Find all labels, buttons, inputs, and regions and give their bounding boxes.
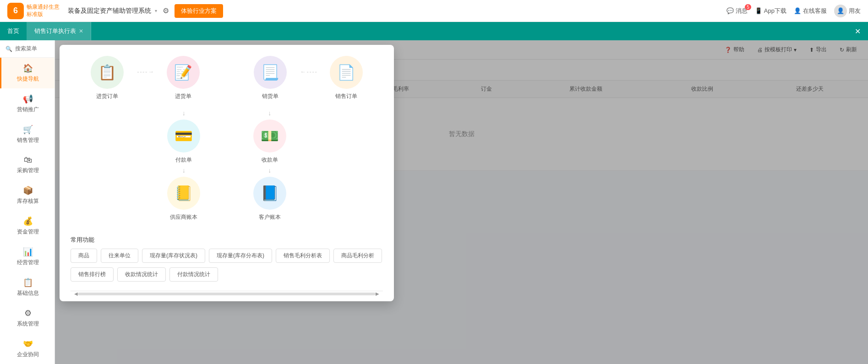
sales-icon: 🛒 — [23, 125, 33, 135]
header-right: 💬 消息 5 📱 App下载 👤 在线客服 👤 用友 — [726, 5, 861, 17]
payment-bill-circle: 💳 — [167, 120, 200, 152]
workflow-sale-order[interactable]: 📄 销售订单 — [317, 56, 376, 100]
sidebar-item-system[interactable]: ⚙ 系统管理 — [0, 303, 55, 333]
scroll-area: ◀ ▶ — [71, 291, 383, 296]
tab-sales-label: 销售订单执行表 — [34, 27, 76, 35]
operation-icon: 📊 — [23, 247, 33, 257]
supplier-ledger-label: 供应商账本 — [170, 213, 197, 221]
sale-order-label: 销售订单 — [335, 92, 357, 100]
content-area: ❓ 帮助 🖨 按模板打印 ▾ ⬆ 导出 ↻ 刷新 — [55, 40, 868, 364]
func-btn-inventory-status[interactable]: 现存量(库存状况表) — [142, 249, 205, 263]
nav-items: 🏠 快捷导航 📢 营销推广 🛒 销售管理 🛍 采购管理 📦 库存核 — [0, 58, 55, 364]
supplier-ledger-circle: 📒 — [167, 177, 200, 210]
workflow-purchase-order[interactable]: 📋 进货订单 — [77, 56, 137, 100]
func-btn-sales-gross[interactable]: 销售毛利分析表 — [276, 249, 330, 263]
sidebar-item-finance[interactable]: 💰 资金管理 — [0, 211, 55, 241]
func-btn-sales-rank[interactable]: 销售排行榜 — [71, 267, 114, 282]
basic-icon: 📋 — [23, 277, 33, 288]
sidebar-item-enterprise[interactable]: 🤝 企业协同 — [0, 333, 55, 364]
modal-box: 📋 进货订单 - - - - → 📝 — [60, 45, 394, 301]
user-avatar[interactable]: 👤 用友 — [834, 5, 861, 17]
customer-ledger-circle: 📘 — [253, 177, 286, 210]
customer-ledger-label: 客户账本 — [259, 213, 281, 221]
app-download-button[interactable]: 📱 App下载 — [755, 7, 786, 15]
service-icon: 👤 — [794, 7, 801, 14]
tab-home[interactable]: 首页 — [0, 22, 27, 40]
purchase-bill-circle: 📝 — [167, 56, 200, 89]
quick-nav-icon: 🏠 — [23, 63, 33, 73]
purchase-order-circle: 📋 — [91, 56, 124, 89]
sale-bill-label: 销货单 — [262, 92, 278, 100]
message-badge: 5 — [745, 4, 751, 10]
sidebar-item-quick-nav[interactable]: 🏠 快捷导航 — [0, 58, 55, 88]
tab-close-icon[interactable]: ✕ — [79, 28, 83, 34]
download-icon: 📱 — [755, 7, 762, 14]
common-func-title: 常用功能 — [71, 236, 383, 244]
message-button[interactable]: 💬 消息 5 — [726, 7, 748, 15]
receipt-bill-circle: 💵 — [253, 120, 286, 152]
modal-overlay[interactable]: 📋 进货订单 - - - - → 📝 — [55, 40, 868, 364]
marketing-icon: 📢 — [23, 94, 33, 104]
sidebar-item-operation[interactable]: 📊 经营管理 — [0, 241, 55, 272]
sidebar-item-purchase[interactable]: 🛍 采购管理 — [0, 150, 55, 180]
func-buttons-row1: 商品 往来单位 现存量(库存状况表) 现存量(库存分布表) 销售毛利分析表 商品… — [71, 249, 383, 263]
logo-area: 6 畅康通好生意 标准版 — [7, 3, 62, 19]
system-icon: ⚙ — [24, 308, 32, 318]
func-btn-receipt-stats[interactable]: 收款情况统计 — [117, 267, 166, 282]
avatar-icon: 👤 — [834, 5, 847, 17]
online-service-button[interactable]: 👤 在线客服 — [794, 7, 827, 15]
sidebar-item-marketing[interactable]: 📢 营销推广 — [0, 88, 55, 119]
scroll-right-icon[interactable]: ▶ — [376, 291, 379, 296]
sidebar-item-inventory[interactable]: 📦 库存核算 — [0, 180, 55, 211]
trial-button[interactable]: 体验行业方案 — [175, 4, 223, 18]
system-title-dropdown-icon[interactable]: ▾ — [155, 8, 157, 13]
workflow-sale-bill[interactable]: 📃 销货单 — [240, 56, 300, 100]
inventory-icon: 📦 — [23, 185, 33, 196]
message-icon: 💬 — [726, 7, 734, 14]
finance-icon: 💰 — [23, 216, 33, 226]
workflow-supplier-ledger[interactable]: 📒 供应商账本 — [154, 177, 213, 221]
tab-bar: 首页 销售订单执行表 ✕ ✕ — [0, 22, 868, 40]
workflow-receipt-bill[interactable]: 💵 收款单 — [240, 120, 300, 164]
sidebar-item-sales[interactable]: 🛒 销售管理 — [0, 119, 55, 150]
horizontal-scrollbar[interactable] — [78, 293, 376, 295]
scroll-left-icon[interactable]: ◀ — [74, 291, 78, 296]
search-icon: 🔍 — [5, 46, 12, 52]
sidebar: 🔍 搜索菜单 🏠 快捷导航 📢 营销推广 🛒 销售管理 🛍 — [0, 40, 55, 364]
func-btn-goods[interactable]: 商品 — [71, 249, 97, 263]
workflow-section: 📋 进货订单 - - - - → 📝 — [71, 56, 383, 227]
sale-bill-circle: 📃 — [254, 56, 287, 89]
func-btn-goods-gross[interactable]: 商品毛利分析 — [333, 249, 382, 263]
close-all-button[interactable]: ✕ — [847, 27, 868, 36]
workflow-top-row: 📋 进货订单 - - - - → 📝 — [71, 56, 383, 100]
system-title: 装备及固定资产辅助管理系统 ▾ — [68, 7, 157, 15]
purchase-bill-label: 进货单 — [175, 92, 191, 100]
workflow-payment-bill[interactable]: 💳 付款单 — [154, 120, 213, 164]
func-btn-payment-stats[interactable]: 付款情况统计 — [169, 267, 218, 282]
receipt-bill-label: 收款单 — [262, 156, 278, 164]
purchase-order-label: 进货订单 — [96, 92, 118, 100]
purchase-icon: 🛍 — [24, 155, 32, 165]
settings-icon[interactable]: ⚙ — [163, 6, 169, 15]
tab-sales-order[interactable]: 销售订单执行表 ✕ — [27, 22, 91, 40]
common-func-section: 常用功能 商品 往来单位 现存量(库存状况表) 现存量(库存分布表) 销售毛利分… — [71, 236, 383, 282]
logo-icon: 6 — [7, 3, 24, 19]
sidebar-item-basic[interactable]: 📋 基础信息 — [0, 272, 55, 303]
logo-text: 畅康通好生意 标准版 — [27, 4, 60, 18]
func-btn-inventory-dist[interactable]: 现存量(库存分布表) — [209, 249, 272, 263]
tab-home-label: 首页 — [7, 27, 19, 35]
enterprise-icon: 🤝 — [23, 339, 33, 349]
sale-order-circle: 📄 — [330, 56, 363, 89]
workflow-customer-ledger[interactable]: 📘 客户账本 — [240, 177, 300, 221]
workflow-purchase-bill[interactable]: 📝 进货单 — [153, 56, 213, 100]
search-menu[interactable]: 🔍 搜索菜单 — [0, 40, 55, 58]
payment-bill-label: 付款单 — [175, 156, 192, 164]
func-buttons-row2: 销售排行榜 收款情况统计 付款情况统计 — [71, 267, 383, 282]
func-btn-contacts[interactable]: 往来单位 — [101, 249, 138, 263]
